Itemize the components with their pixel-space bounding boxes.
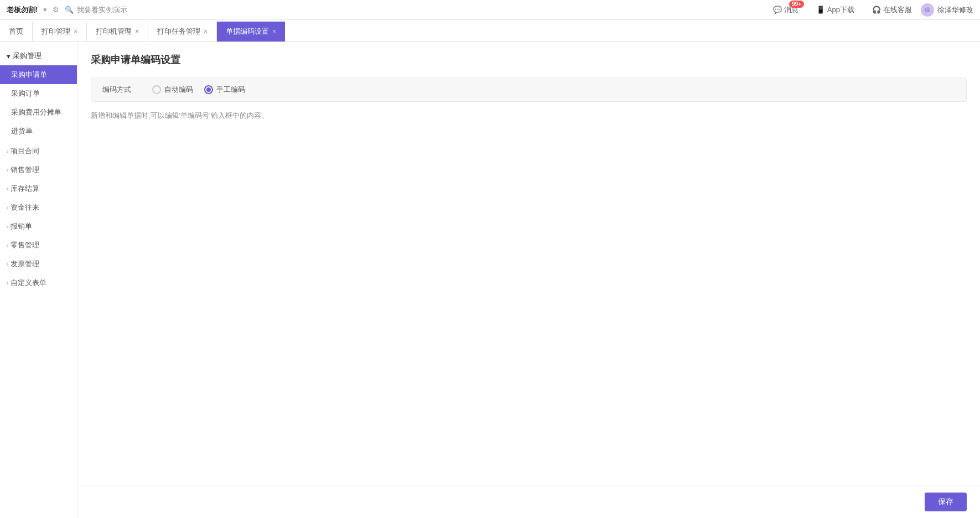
brand-title: 老板勿割! <box>7 5 38 15</box>
tab-bill-code-settings[interactable]: 单据编码设置 × <box>217 22 285 42</box>
manual-code-radio[interactable] <box>204 85 213 94</box>
coding-method-row: 编码方式 自动编码 手工编码 <box>91 77 967 102</box>
sidebar-item-retail-mgmt[interactable]: › 零售管理 <box>0 236 77 255</box>
service-label: 在线客服 <box>883 5 912 15</box>
top-bar-left: 老板勿割! ▾ ⚙ 🔍 我要看实例演示 <box>7 5 127 15</box>
sidebar-item-retail-mgmt-label: 零售管理 <box>11 240 39 250</box>
chevron-right-icon: › <box>7 224 8 230</box>
chevron-right-icon: › <box>7 186 8 192</box>
sidebar-item-stock-in-label: 进货单 <box>11 127 33 135</box>
chevron-right-icon: › <box>7 167 8 173</box>
tab-home-label: 首页 <box>9 27 23 37</box>
sidebar: ▾ 采购管理 采购申请单 采购订单 采购费用分摊单 进货单 › 项目合同 › 销… <box>0 42 77 518</box>
sidebar-item-stock-in[interactable]: 进货单 <box>0 122 77 141</box>
footer-bar: 保存 <box>77 485 980 518</box>
sidebar-item-return-goods[interactable]: › 报销单 <box>0 217 77 236</box>
search-bar[interactable]: 🔍 我要看实例演示 <box>65 5 127 15</box>
user-info[interactable]: 徐 徐泽华修改 <box>921 3 973 17</box>
sidebar-item-inventory-settle-label: 库存结算 <box>11 184 39 194</box>
sidebar-item-purchase-request[interactable]: 采购申请单 <box>0 65 77 84</box>
hint-text: 新增和编辑单据时,可以编辑'单编码号'输入框中的内容。 <box>91 111 967 121</box>
message-button[interactable]: 💬 消息 99+ <box>773 5 798 15</box>
sidebar-item-capital-flow[interactable]: › 资金往来 <box>0 198 77 217</box>
tab-print-task-mgmt-close[interactable]: × <box>204 28 208 35</box>
sidebar-item-purchase-request-label: 采购申请单 <box>11 70 47 79</box>
sidebar-group-purchase-label: 采购管理 <box>13 51 42 61</box>
chevron-right-icon: › <box>7 261 8 267</box>
coding-radio-group: 自动编码 手工编码 <box>152 85 245 95</box>
online-service-button[interactable]: 🎧 在线客服 <box>872 5 912 15</box>
sidebar-item-project-contract[interactable]: › 项目合同 <box>0 142 77 160</box>
tab-print-task-mgmt[interactable]: 打印任务管理 × <box>148 22 217 42</box>
top-bar-right: 💬 消息 99+ 📱 App下载 🎧 在线客服 徐 徐泽华修改 <box>773 3 973 17</box>
chevron-right-icon: › <box>7 280 8 286</box>
manual-code-label: 手工编码 <box>216 85 245 95</box>
sidebar-item-inventory-settle[interactable]: › 库存结算 <box>0 179 77 198</box>
app-download-button[interactable]: 📱 App下载 <box>816 5 854 15</box>
username-label: 徐泽华修改 <box>937 5 973 15</box>
auto-code-option[interactable]: 自动编码 <box>152 85 193 95</box>
service-icon: 🎧 <box>872 6 881 14</box>
sidebar-item-sales-mgmt-label: 销售管理 <box>11 165 39 175</box>
sidebar-item-sales-mgmt[interactable]: › 销售管理 <box>0 160 77 179</box>
tab-print-mgmt-label: 打印管理 <box>42 27 70 37</box>
sidebar-group-purchase-title[interactable]: ▾ 采购管理 <box>0 46 77 65</box>
search-placeholder-text: 我要看实例演示 <box>77 5 127 15</box>
auto-code-radio[interactable] <box>152 85 161 94</box>
search-icon: 🔍 <box>65 6 74 14</box>
message-icon: 💬 <box>773 6 782 14</box>
tab-home[interactable]: 首页 <box>0 22 33 42</box>
avatar: 徐 <box>921 3 934 17</box>
sidebar-item-invoice-mgmt-label: 发票管理 <box>11 259 39 269</box>
chevron-down-icon: ▾ <box>7 52 11 60</box>
tab-print-mgmt-close[interactable]: × <box>74 28 77 35</box>
sidebar-item-capital-flow-label: 资金往来 <box>11 203 39 213</box>
sidebar-item-custom-forms[interactable]: › 自定义表单 <box>0 273 77 292</box>
tab-print-task-mgmt-label: 打印任务管理 <box>157 27 200 37</box>
tab-bill-code-settings-label: 单据编码设置 <box>226 27 269 37</box>
layout: ▾ 采购管理 采购申请单 采购订单 采购费用分摊单 进货单 › 项目合同 › 销… <box>0 42 980 518</box>
tab-printer-mgmt-close[interactable]: × <box>135 28 139 35</box>
app-label: App下载 <box>827 5 854 15</box>
sidebar-item-custom-forms-label: 自定义表单 <box>11 278 46 288</box>
chevron-down-icon[interactable]: ▾ <box>43 6 47 14</box>
top-bar: 老板勿割! ▾ ⚙ 🔍 我要看实例演示 💬 消息 99+ 📱 App下载 🎧 在… <box>0 0 980 20</box>
coding-method-label: 编码方式 <box>102 85 136 95</box>
app-icon: 📱 <box>816 6 825 14</box>
main-content: 采购申请单编码设置 编码方式 自动编码 手工编码 新增和编辑单据时,可以编辑'单… <box>77 42 980 518</box>
sidebar-item-return-goods-label: 报销单 <box>11 221 32 231</box>
sidebar-item-purchase-order-label: 采购订单 <box>11 89 40 97</box>
sidebar-item-invoice-mgmt[interactable]: › 发票管理 <box>0 255 77 273</box>
sidebar-item-purchase-expense[interactable]: 采购费用分摊单 <box>0 103 77 122</box>
chevron-right-icon: › <box>7 242 8 248</box>
message-badge: 99+ <box>789 1 804 8</box>
manual-code-option[interactable]: 手工编码 <box>204 85 245 95</box>
sidebar-item-purchase-order[interactable]: 采购订单 <box>0 84 77 103</box>
sidebar-item-project-contract-label: 项目合同 <box>11 146 39 156</box>
tab-bill-code-settings-close[interactable]: × <box>272 28 276 35</box>
tab-printer-mgmt[interactable]: 打印机管理 × <box>87 22 148 42</box>
gear-icon[interactable]: ⚙ <box>53 6 59 14</box>
tab-printer-mgmt-label: 打印机管理 <box>96 27 132 37</box>
sidebar-item-purchase-expense-label: 采购费用分摊单 <box>11 108 61 116</box>
chevron-right-icon: › <box>7 148 8 154</box>
tab-bar: 首页 打印管理 × 打印机管理 × 打印任务管理 × 单据编码设置 × <box>0 20 980 42</box>
page-title: 采购申请单编码设置 <box>91 53 967 66</box>
tab-print-mgmt[interactable]: 打印管理 × <box>33 22 87 42</box>
auto-code-label: 自动编码 <box>164 85 193 95</box>
content-area: 采购申请单编码设置 编码方式 自动编码 手工编码 新增和编辑单据时,可以编辑'单… <box>77 42 980 485</box>
save-button[interactable]: 保存 <box>925 493 967 511</box>
sidebar-group-purchase: ▾ 采购管理 采购申请单 采购订单 采购费用分摊单 进货单 <box>0 46 77 141</box>
chevron-right-icon: › <box>7 205 8 211</box>
